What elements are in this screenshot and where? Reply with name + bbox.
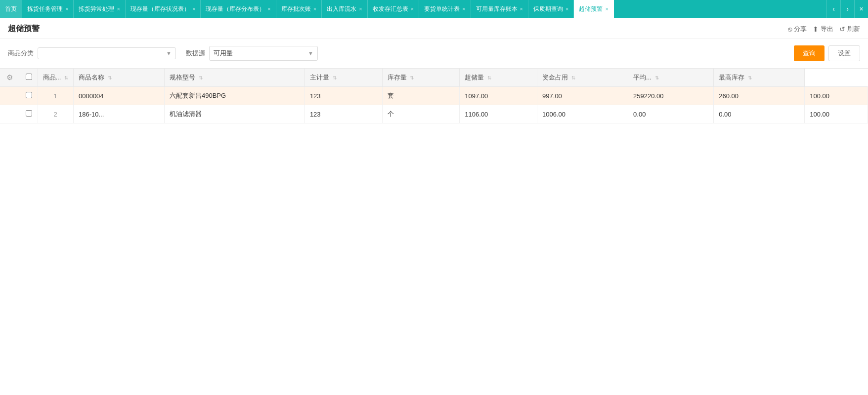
row-inventory: 1097.00 (460, 87, 537, 105)
datasource-filter: 数据源 可用量 ▼ (186, 46, 318, 61)
col-avg-sort-icon: ⇅ (655, 75, 659, 80)
nav-quality-check-close[interactable]: × (565, 6, 568, 12)
nav-collect-summary-close[interactable]: × (411, 6, 414, 12)
category-filter: 商品分类 ▼ (8, 47, 176, 59)
nav-task-mgmt[interactable]: 拣货任务管理 × (22, 0, 74, 18)
nav-abnormal-label: 拣货异常处理 (79, 5, 114, 13)
col-capital-sort-icon: ⇅ (571, 75, 575, 80)
col-unit-label: 主计量 (310, 74, 329, 81)
col-spec-header[interactable]: 规格型号 ⇅ (165, 69, 305, 87)
col-overstock-header[interactable]: 超储量 ⇅ (460, 69, 537, 87)
nav-arrow-close[interactable]: × (854, 0, 868, 18)
nav-in-out-flow-close[interactable]: × (359, 6, 362, 12)
share-label: 分享 (794, 25, 807, 34)
nav-task-mgmt-label: 拣货任务管理 (27, 5, 63, 13)
refresh-icon: ↺ (839, 25, 845, 33)
nav-arrow-right[interactable]: › (840, 0, 854, 18)
page-content: 超储预警 ⎋ 分享 ⬆ 导出 ↺ 刷新 商品分类 ▼ 数据源 (0, 18, 868, 395)
nav-order-stats[interactable]: 要货单统计表 × (419, 0, 471, 18)
row-capital: 0.00 (628, 105, 714, 123)
col-overstock-sort-icon: ⇅ (487, 75, 491, 80)
nav-in-out-flow-label: 出入库流水 (327, 5, 356, 13)
col-spec-sort-icon: ⇅ (199, 75, 203, 80)
col-capital-label: 资金占用 (542, 74, 568, 81)
datasource-label: 数据源 (186, 49, 205, 58)
header-actions: ⎋ 分享 ⬆ 导出 ↺ 刷新 (788, 25, 860, 34)
nav-quality-check-label: 保质期查询 (533, 5, 563, 13)
nav-inventory-dist-label: 现存量（库存分布表） (206, 5, 265, 13)
nav-abnormal[interactable]: 拣货异常处理 × (74, 0, 125, 18)
category-label: 商品分类 (8, 49, 34, 58)
table-settings-icon[interactable]: ⚙ (6, 73, 13, 81)
row-overstock: 997.00 (537, 87, 628, 105)
col-product-code-header[interactable]: 商品... ⇅ (38, 69, 73, 87)
nav-arrow-left[interactable]: ‹ (826, 0, 840, 18)
nav-in-out-flow[interactable]: 出入库流水 × (322, 0, 367, 18)
nav-home-label: 首页 (5, 5, 17, 13)
nav-home[interactable]: 首页 (0, 0, 22, 18)
col-inventory-label: 库存量 (388, 74, 407, 81)
row-capital: 259220.00 (628, 87, 714, 105)
col-capital-header[interactable]: 资金占用 ⇅ (537, 69, 628, 87)
select-all-checkbox[interactable] (26, 74, 32, 80)
row-product-name: 六配套新昌490BPG (165, 87, 305, 105)
export-button[interactable]: ⬆ 导出 (813, 25, 833, 34)
nav-inventory-status[interactable]: 现存量（库存状况表） × (126, 0, 201, 18)
col-checkbox-header (20, 69, 38, 87)
nav-abnormal-close[interactable]: × (117, 6, 120, 12)
col-overstock-label: 超储量 (465, 74, 484, 81)
filter-row: 商品分类 ▼ 数据源 可用量 ▼ 查询 设置 (0, 39, 868, 68)
col-product-name-sort-icon: ⇅ (108, 75, 112, 80)
table-body: 1 0000004 六配套新昌490BPG 123 套 1097.00 997.… (0, 87, 868, 123)
share-button[interactable]: ⎋ 分享 (788, 25, 807, 34)
row-max-stock: 100.00 (805, 105, 868, 123)
export-icon: ⬆ (813, 25, 819, 33)
col-unit-header[interactable]: 主计量 ⇅ (304, 69, 382, 87)
datasource-select[interactable]: 可用量 ▼ (209, 46, 318, 61)
col-product-code-sort-icon: ⇅ (64, 75, 68, 80)
nav-batch-account-close[interactable]: × (313, 6, 316, 12)
refresh-button[interactable]: ↺ 刷新 (839, 25, 860, 34)
row-checkbox-1[interactable] (26, 110, 32, 117)
col-inventory-sort-icon: ⇅ (410, 75, 414, 80)
row-checkbox-0[interactable] (26, 92, 32, 98)
nav-batch-account-label: 库存批次账 (281, 5, 311, 13)
row-product-code: 186-10... (73, 105, 164, 123)
page-header: 超储预警 ⎋ 分享 ⬆ 导出 ↺ 刷新 (0, 18, 868, 39)
row-product-name: 机油滤清器 (165, 105, 305, 123)
table-container: ⚙ 商品... ⇅ 商品名称 ⇅ 规格型号 ⇅ (0, 68, 868, 123)
nav-inventory-status-label: 现存量（库存状况表） (130, 5, 190, 13)
table-header-row: ⚙ 商品... ⇅ 商品名称 ⇅ 规格型号 ⇅ (0, 69, 868, 87)
nav-available-account[interactable]: 可用量库存账本 × (471, 0, 528, 18)
export-label: 导出 (821, 25, 833, 34)
row-overstock: 1006.00 (537, 105, 628, 123)
nav-order-stats-label: 要货单统计表 (424, 5, 460, 13)
nav-order-stats-close[interactable]: × (462, 6, 465, 12)
settings-button[interactable]: 设置 (828, 45, 860, 61)
col-gear: ⚙ (0, 69, 20, 87)
col-max-stock-header[interactable]: 最高库存 ⇅ (714, 69, 805, 87)
col-product-name-header[interactable]: 商品名称 ⇅ (73, 69, 164, 87)
category-select[interactable]: ▼ (38, 47, 176, 59)
col-avg-header[interactable]: 平均... ⇅ (628, 69, 714, 87)
nav-quality-check[interactable]: 保质期查询 × (528, 0, 574, 18)
nav-overstock-warning-close[interactable]: × (605, 6, 608, 12)
nav-batch-account[interactable]: 库存批次账 × (276, 0, 322, 18)
nav-inventory-status-close[interactable]: × (192, 6, 195, 12)
nav-available-account-close[interactable]: × (520, 6, 523, 12)
nav-overstock-warning[interactable]: 超储预警 × (574, 0, 613, 18)
row-gear-cell (0, 87, 20, 105)
nav-inventory-dist-close[interactable]: × (267, 6, 270, 12)
row-seq: 2 (38, 105, 73, 123)
row-gear-cell (0, 105, 20, 123)
query-button[interactable]: 查询 (794, 45, 825, 61)
nav-collect-summary[interactable]: 收发存汇总表 × (368, 0, 419, 18)
top-navigation: 首页 拣货任务管理 × 拣货异常处理 × 现存量（库存状况表） × 现存量（库存… (0, 0, 868, 18)
nav-inventory-dist[interactable]: 现存量（库存分布表） × (201, 0, 276, 18)
col-inventory-header[interactable]: 库存量 ⇅ (382, 69, 460, 87)
row-spec: 123 (304, 87, 382, 105)
col-max-stock-label: 最高库存 (719, 74, 744, 81)
nav-task-mgmt-close[interactable]: × (65, 6, 68, 12)
page-title: 超储预警 (8, 24, 40, 34)
category-chevron-icon: ▼ (166, 50, 172, 56)
